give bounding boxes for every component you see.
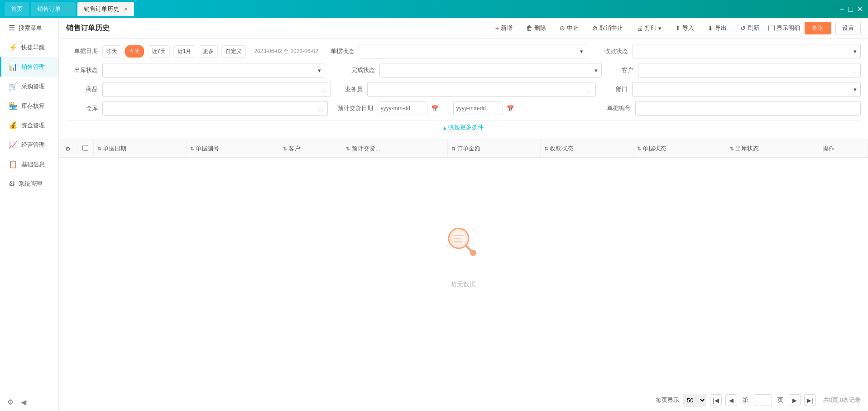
th-settings[interactable]: ⚙ — [59, 140, 77, 158]
svg-point-3 — [470, 250, 476, 256]
filter-row-1: 单据日期 昨天 今天 近7天 近1月 更多 自定义 2023-06-02 至 2… — [66, 44, 861, 58]
order-status-chevron — [580, 48, 583, 55]
sidebar-collapse-icon[interactable]: ◀ — [21, 398, 26, 406]
sidebar-item-inventory[interactable]: 🏪 库存核算 — [0, 96, 58, 116]
date-range-text: 2023-06-02 至 2023-06-02 — [254, 48, 318, 55]
th-expected-delivery[interactable]: 预计交货... — [342, 140, 447, 158]
order-status-label: 单据状态 — [322, 47, 359, 55]
warehouse-dots[interactable]: ... — [319, 105, 324, 112]
print-button[interactable]: 🖨 打印 — [632, 22, 666, 34]
payment-status-chevron — [854, 48, 857, 55]
export-label: 导出 — [715, 24, 727, 32]
th-customer-label: 客户 — [288, 145, 300, 152]
cancel-stop-label: 取消中止 — [599, 24, 623, 32]
tab-sales-order-history-close[interactable]: ✕ — [124, 6, 128, 12]
tab-sales-order-close[interactable]: ✕ — [65, 6, 69, 12]
next-page-button[interactable]: ▶ — [789, 394, 801, 406]
stop-label: 中止 — [567, 24, 579, 32]
empty-state: 暂无数据 — [59, 185, 868, 325]
complete-status-label: 完成状态 — [343, 66, 379, 74]
svg-rect-4 — [453, 235, 464, 236]
sidebar-item-sales-mgmt[interactable]: 📊 销售管理 — [0, 57, 58, 77]
last-page-button[interactable]: ▶| — [804, 394, 816, 406]
date-more-btn[interactable]: 更多 — [199, 45, 218, 58]
stock-out-chevron — [318, 67, 321, 74]
complete-status-select[interactable] — [379, 63, 602, 77]
salesperson-label: 业务员 — [340, 85, 367, 93]
query-button[interactable]: 查询 — [805, 22, 831, 34]
sidebar-item-operations[interactable]: 📈 经营管理 — [0, 135, 58, 155]
date-today-btn[interactable]: 今天 — [125, 45, 144, 58]
date-yesterday-btn[interactable]: 昨天 — [102, 45, 121, 58]
sidebar-item-finance[interactable]: 💰 资金管理 — [0, 116, 58, 135]
payment-sort-icon — [544, 145, 548, 152]
new-button[interactable]: + 新增 — [491, 22, 517, 34]
minimize-button[interactable]: − — [840, 5, 845, 14]
date-last1month-btn[interactable]: 近1月 — [173, 45, 196, 58]
export-icon: ⬇ — [708, 24, 713, 32]
date-options: 昨天 今天 近7天 近1月 更多 自定义 — [102, 45, 248, 58]
goods-dots[interactable]: ... — [322, 86, 327, 93]
th-payment-status[interactable]: 收款状态 — [540, 140, 633, 158]
customer-dots[interactable]: ... — [852, 67, 857, 74]
page-size-label: 每页显示 — [656, 396, 679, 404]
customer-input[interactable]: ... — [638, 63, 861, 77]
delete-button[interactable]: 🗑 删除 — [522, 22, 551, 34]
sidebar-item-basic-info[interactable]: 📋 基础信息 — [0, 155, 58, 174]
first-page-button[interactable]: |◀ — [710, 394, 722, 406]
pagination-bar: 每页显示 50 10 20 100 |◀ ◀ 第 1 页 ▶ ▶| 共0页,0条… — [59, 389, 868, 411]
sidebar-item-purchase-mgmt[interactable]: 🛒 采购管理 — [0, 77, 58, 96]
salesperson-dots[interactable]: ... — [587, 86, 592, 93]
display-toggle-checkbox[interactable] — [768, 25, 775, 31]
sidebar-item-quick-nav[interactable]: ⚡ 快捷导航 — [0, 38, 58, 57]
cancel-stop-button[interactable]: ⊘ 取消中止 — [588, 22, 628, 34]
sidebar-item-system-mgmt[interactable]: ⚙ 系统管理 — [0, 174, 58, 193]
th-checkbox[interactable] — [77, 140, 93, 158]
payment-status-select[interactable] — [633, 44, 861, 58]
svg-point-7 — [474, 229, 475, 231]
collapse-button[interactable]: 收起更多条件 — [66, 120, 861, 134]
select-all-checkbox[interactable] — [82, 145, 88, 151]
delivery-date-end[interactable] — [453, 102, 503, 115]
th-date[interactable]: 单据日期 — [93, 140, 186, 158]
page-title: 销售订单历史 — [66, 24, 110, 33]
amount-sort-icon — [451, 145, 456, 152]
date-last7-btn[interactable]: 近7天 — [148, 45, 170, 58]
tab-sales-order-history[interactable]: 销售订单历史 ✕ — [77, 2, 134, 16]
delete-label: 删除 — [534, 24, 546, 32]
svg-point-9 — [446, 245, 448, 247]
th-order-amount[interactable]: 订单金额 — [447, 140, 540, 158]
top-bar: 首页 销售订单 ✕ 销售订单历史 ✕ − □ ✕ — [0, 0, 868, 18]
new-label: 新增 — [501, 24, 513, 32]
date-filter-label: 单据日期 — [66, 47, 102, 55]
settings-button[interactable]: 设置 — [835, 22, 861, 34]
sidebar-item-search-menu[interactable]: ☰ 搜索菜单 — [0, 18, 58, 38]
refresh-button[interactable]: ↺ 刷新 — [736, 22, 764, 34]
stock-out-select[interactable] — [102, 63, 325, 77]
close-button[interactable]: ✕ — [857, 4, 863, 14]
display-toggle[interactable]: 显示明细 — [768, 24, 800, 32]
export-button[interactable]: ⬇ 导出 — [703, 22, 731, 34]
th-customer[interactable]: 客户 — [279, 140, 342, 158]
stop-button[interactable]: ⊘ 中止 — [555, 22, 583, 34]
prev-page-button[interactable]: ◀ — [725, 394, 737, 406]
maximize-button[interactable]: □ — [848, 5, 853, 14]
tab-sales-order[interactable]: 销售订单 ✕ — [31, 2, 76, 16]
import-button[interactable]: ⬆ 导入 — [671, 22, 699, 34]
page-number-input[interactable]: 1 — [754, 394, 772, 406]
department-select[interactable] — [632, 82, 861, 97]
tab-home[interactable]: 首页 — [5, 2, 29, 16]
date-custom-btn[interactable]: 自定义 — [221, 45, 246, 58]
sidebar-item-search-menu-label: 搜索菜单 — [19, 24, 42, 32]
th-order-status[interactable]: 单据状态 — [633, 140, 726, 158]
th-stock-out-status[interactable]: 出库状态 — [726, 140, 819, 158]
th-number[interactable]: 单据编号 — [186, 140, 279, 158]
svg-rect-5 — [453, 238, 461, 239]
search-menu-icon: ☰ — [9, 24, 15, 32]
delivery-date-start[interactable] — [378, 102, 427, 115]
sidebar-settings-icon[interactable]: ⚙ — [7, 398, 14, 406]
th-amount-label: 订单金额 — [457, 145, 480, 152]
expected-delivery-label: 预计交货日期 — [337, 104, 378, 112]
page-size-select[interactable]: 50 10 20 100 — [683, 394, 706, 406]
order-status-select[interactable] — [359, 44, 587, 58]
